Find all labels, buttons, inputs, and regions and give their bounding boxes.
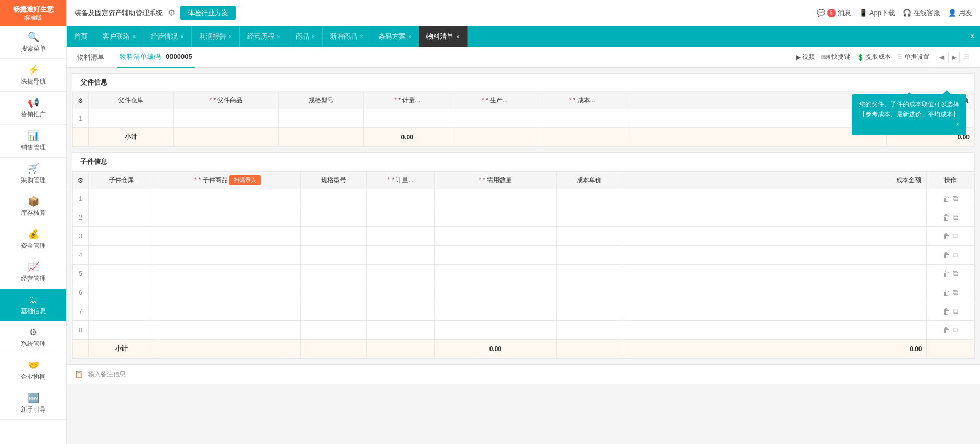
tab-customer[interactable]: 客户联络 ×: [95, 26, 143, 47]
app-download-button[interactable]: 📱 App下载: [859, 8, 895, 18]
service-icon: 🎧: [903, 9, 911, 17]
tab-product-close[interactable]: ×: [312, 33, 315, 40]
child-row-1-delete-icon[interactable]: 🗑: [942, 195, 950, 203]
tab-profit-label: 利润报告: [199, 32, 226, 41]
sidebar-item-finance[interactable]: 💰 资金管理: [0, 223, 66, 256]
child-row-6-copy[interactable]: ⧉: [953, 288, 958, 297]
sidebar-item-operation[interactable]: 📈 经营管理: [0, 256, 66, 289]
sidebar-item-search[interactable]: 🔍 搜索菜单: [0, 26, 66, 59]
user-button[interactable]: 👤 用友: [948, 8, 972, 18]
child-row-8-delete[interactable]: 🗑: [942, 326, 950, 334]
child-row-3-copy[interactable]: ⧉: [953, 232, 958, 241]
sidebar-item-sales[interactable]: 📊 销售管理: [0, 125, 66, 158]
trial-button[interactable]: 体验行业方案: [180, 6, 236, 20]
parent-row-1-warehouse[interactable]: [89, 109, 174, 128]
close-all-tabs[interactable]: ×: [965, 32, 980, 41]
nav-list[interactable]: ☰: [961, 52, 972, 63]
child-row-1-spec[interactable]: [301, 189, 366, 208]
parent-row-1-product[interactable]: [173, 109, 279, 128]
child-row-1-warehouse[interactable]: [89, 189, 154, 208]
child-row-3-delete[interactable]: 🗑: [942, 232, 950, 241]
tab-product[interactable]: 商品 ×: [288, 26, 323, 47]
sidebar-item-system[interactable]: ⚙ 系统管理: [0, 321, 66, 354]
sidebar-item-quicknav[interactable]: ⚡ 快捷导航: [0, 59, 66, 92]
child-row-6-delete[interactable]: 🗑: [942, 289, 950, 297]
tooltip-close-button[interactable]: ×: [956, 119, 959, 129]
child-row-4-copy[interactable]: ⧉: [953, 250, 958, 259]
parent-row-1-cost[interactable]: [538, 109, 626, 128]
tab-operation-status-close[interactable]: ×: [180, 33, 183, 40]
tab-history-close[interactable]: ×: [277, 33, 280, 40]
sub-tab-list[interactable]: 物料清单: [75, 47, 107, 68]
tab-home[interactable]: 首页: [67, 26, 95, 47]
shortcut-action[interactable]: ⌨ 快捷键: [821, 53, 850, 62]
child-row-1-action: 🗑 ⧉: [926, 189, 974, 208]
tab-barcode-close[interactable]: ×: [408, 33, 411, 40]
service-button[interactable]: 🎧 在线客服: [903, 8, 940, 18]
video-action[interactable]: ▶ 视频: [796, 53, 815, 62]
child-row-2-copy[interactable]: ⧉: [953, 213, 958, 222]
tab-new-product-label: 新增商品: [330, 32, 357, 41]
app-label: App下载: [869, 8, 895, 18]
child-row-7-copy[interactable]: ⧉: [953, 307, 958, 316]
nav-next[interactable]: ▶: [948, 52, 960, 63]
child-row-5-delete[interactable]: 🗑: [942, 270, 950, 278]
child-col-settings[interactable]: ⚙: [73, 172, 89, 189]
sub-tab-detail[interactable]: 物料清单编码 0000005: [117, 47, 195, 68]
settings-icon[interactable]: ⚙: [168, 8, 175, 18]
child-col-cost-amount: 成本金额: [622, 172, 926, 189]
sidebar-item-purchase[interactable]: 🛒 采购管理: [0, 158, 66, 190]
parent-col-cost: * * 成本...: [538, 92, 626, 109]
settings-list-icon: ☰: [897, 54, 903, 61]
parent-subtotal-empty3: [451, 128, 538, 147]
logo-subtitle: 标准版: [13, 14, 54, 22]
header-left: 装备及固定资产辅助管理系统 ⚙ 体验行业方案: [75, 6, 236, 20]
child-row-5-copy[interactable]: ⧉: [953, 269, 958, 278]
child-row-1-unit-cost[interactable]: [556, 189, 622, 208]
parent-col-settings[interactable]: ⚙: [73, 92, 89, 109]
logo-title: 畅捷通好生意: [13, 5, 54, 14]
sidebar-item-enterprise[interactable]: 🤝 企业协同: [0, 354, 66, 387]
sidebar-label-inventory: 库存核算: [21, 209, 46, 218]
tab-customer-close[interactable]: ×: [132, 33, 136, 40]
tab-bom-close[interactable]: ×: [456, 33, 459, 40]
parent-row-1-production[interactable]: [451, 109, 538, 128]
sidebar-label-system: 系统管理: [21, 340, 46, 349]
parent-row-1-unit[interactable]: [363, 109, 451, 128]
child-row-1-quantity[interactable]: [435, 189, 556, 208]
sidebar-item-marketing[interactable]: 📢 营销推广: [0, 92, 66, 125]
tab-new-product-close[interactable]: ×: [360, 33, 363, 40]
tab-history[interactable]: 经营历程 ×: [240, 26, 288, 47]
child-row-2-delete[interactable]: 🗑: [942, 213, 950, 222]
child-subtotal-cost: 0.00: [622, 340, 926, 358]
tab-operation-status[interactable]: 经营情况 ×: [143, 26, 191, 47]
inventory-icon: 📦: [28, 196, 39, 207]
tab-bom[interactable]: 物料清单 ×: [419, 26, 467, 47]
tab-barcode[interactable]: 条码方案 ×: [371, 26, 419, 47]
message-button[interactable]: 💬 6 消息: [817, 8, 851, 18]
child-row-1-unit[interactable]: [366, 189, 434, 208]
tab-new-product[interactable]: 新增商品 ×: [323, 26, 371, 47]
parent-subtotal-unit: 0.00: [363, 128, 451, 147]
child-row-4-delete[interactable]: 🗑: [942, 251, 950, 259]
cost-action[interactable]: 💲 提取成本: [856, 53, 891, 62]
child-row-8-copy[interactable]: ⧉: [953, 326, 958, 334]
child-col-product-label: * 子件商品: [199, 176, 228, 184]
tab-profit-close[interactable]: ×: [229, 33, 232, 40]
child-row-1-copy-icon[interactable]: ⧉: [953, 194, 958, 203]
scan-button[interactable]: 扫码录入: [229, 175, 261, 185]
sidebar-item-guide[interactable]: 🆕 新手引导: [0, 387, 66, 420]
nav-prev[interactable]: ◀: [936, 52, 947, 63]
main-area: 装备及固定资产辅助管理系统 ⚙ 体验行业方案 💬 6 消息 📱 App下载 🎧 …: [67, 0, 980, 444]
child-subtotal-empty: [73, 340, 89, 358]
child-row-7-delete[interactable]: 🗑: [942, 307, 950, 316]
sidebar-item-inventory[interactable]: 📦 库存核算: [0, 190, 66, 223]
sidebar: 畅捷通好生意 标准版 🔍 搜索菜单 ⚡ 快捷导航 📢 营销推广 📊 销售管理 🛒…: [0, 0, 67, 444]
child-row-1-product[interactable]: [154, 189, 301, 208]
sidebar-item-basic[interactable]: 🗂 基础信息: [0, 289, 66, 321]
parent-col-cost-label: * 成本...: [573, 97, 595, 104]
tab-profit[interactable]: 利润报告 ×: [192, 26, 240, 47]
parent-row-1-spec[interactable]: [279, 109, 364, 128]
settings-list-label: 单据设置: [904, 53, 929, 62]
settings-action[interactable]: ☰ 单据设置: [897, 53, 929, 62]
